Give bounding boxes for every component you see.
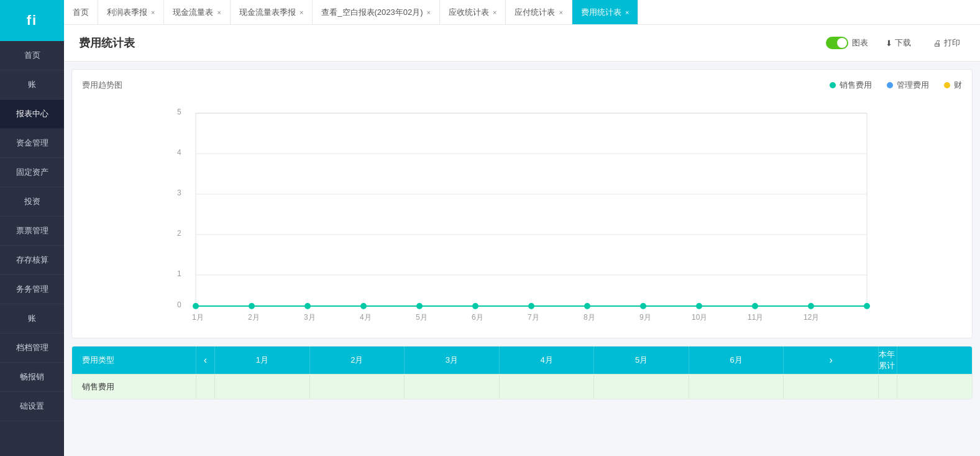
line-chart: 5 4 3 2 1 0	[82, 96, 962, 328]
svg-text:7月: 7月	[528, 313, 539, 322]
sidebar-item-fixed-assets[interactable]: 固定资产	[0, 158, 64, 187]
tab-cashflow-quarterly[interactable]: 现金流量表季报 ×	[231, 0, 313, 25]
print-icon: 🖨	[933, 39, 941, 48]
svg-text:6月: 6月	[472, 313, 483, 322]
svg-point-23	[752, 303, 758, 309]
sidebar-item-investment[interactable]: 投资	[0, 187, 64, 216]
tab-close-blank-report[interactable]: ×	[427, 9, 431, 16]
svg-text:3: 3	[177, 188, 181, 197]
print-label: 打印	[944, 37, 960, 49]
legend-finance: 财	[944, 80, 962, 91]
svg-point-24	[808, 303, 814, 309]
svg-point-20	[584, 303, 590, 309]
svg-text:3月: 3月	[304, 313, 316, 322]
table-row: 销售费用	[72, 374, 972, 399]
tab-payable[interactable]: 应付统计表 ×	[506, 0, 572, 25]
sidebar-logo: fi	[0, 0, 64, 41]
col-month4: 4月	[500, 347, 595, 374]
chart-toggle-label: 图表	[826, 37, 868, 49]
sidebar-item-sub-account[interactable]: 账	[0, 304, 64, 333]
col-prev-nav[interactable]: ‹	[196, 347, 215, 374]
col-month2: 2月	[310, 347, 405, 374]
tab-close-payable[interactable]: ×	[559, 9, 562, 16]
svg-text:1: 1	[177, 269, 181, 278]
tab-close-receivable[interactable]: ×	[493, 9, 497, 16]
svg-text:0: 0	[177, 300, 181, 309]
cell-m5	[594, 375, 689, 399]
sidebar-item-report-center[interactable]: 报表中心	[0, 100, 64, 129]
legend-dot-sales	[830, 82, 836, 88]
cell-m2	[310, 375, 405, 399]
legend-label-sales: 销售费用	[840, 80, 872, 91]
tab-close-expense-stats[interactable]: ×	[625, 9, 629, 16]
cell-m3	[405, 375, 500, 399]
legend-label-finance: 财	[954, 80, 962, 91]
svg-text:11月: 11月	[748, 313, 763, 322]
page-header: 费用统计表 图表 ⬇ 下载 🖨 打印	[64, 25, 980, 62]
print-button[interactable]: 🖨 打印	[928, 35, 965, 51]
svg-point-21	[640, 303, 646, 309]
legend-dot-management	[887, 82, 893, 88]
sidebar-item-inventory[interactable]: 存存核算	[0, 246, 64, 275]
sidebar-item-fund-management[interactable]: 资金管理	[0, 129, 64, 158]
sidebar-item-home[interactable]: 首页	[0, 41, 64, 70]
cell-nav-left	[196, 375, 215, 399]
legend-sales: 销售费用	[830, 80, 872, 91]
download-label: 下载	[895, 37, 911, 49]
legend-dot-finance	[944, 82, 950, 88]
tab-close-profit-quarterly[interactable]: ×	[151, 9, 155, 16]
col-expense-type: 费用类型	[72, 347, 196, 374]
sidebar-item-smooth-writeoff[interactable]: 畅报销	[0, 363, 64, 392]
svg-point-22	[696, 303, 702, 309]
cell-m6	[689, 375, 784, 399]
download-button[interactable]: ⬇ 下载	[881, 35, 916, 51]
svg-text:9月: 9月	[639, 313, 651, 322]
chart-toggle[interactable]	[826, 37, 848, 49]
download-icon: ⬇	[886, 39, 892, 48]
legend-management: 管理费用	[887, 80, 929, 91]
tab-bar: 首页 利润表季报 × 现金流量表 × 现金流量表季报 × 查看_空白报表(202…	[64, 0, 980, 25]
svg-text:8月: 8月	[584, 313, 595, 322]
svg-text:2月: 2月	[248, 313, 260, 322]
svg-point-25	[864, 303, 870, 309]
tab-blank-report[interactable]: 查看_空白报表(2023年02月) ×	[313, 0, 440, 25]
legend-label-management: 管理费用	[897, 80, 929, 91]
sidebar-item-affairs-management[interactable]: 务务管理	[0, 275, 64, 304]
expense-table: 费用类型 ‹ 1月 2月 3月 4月 5月 6月 › 本年累计 销售费用	[71, 346, 973, 399]
tab-profit-quarterly[interactable]: 利润表季报 ×	[98, 0, 164, 25]
col-month5: 5月	[594, 347, 689, 374]
main-content: 首页 利润表季报 × 现金流量表 × 现金流量表季报 × 查看_空白报表(202…	[64, 0, 980, 456]
chart-svg: 5 4 3 2 1 0	[82, 96, 962, 326]
chart-title: 费用趋势图	[82, 80, 122, 91]
col-next-nav[interactable]: ›	[784, 347, 879, 374]
sidebar-item-archive-management[interactable]: 档档管理	[0, 333, 64, 363]
chart-section: 费用趋势图 销售费用 管理费用 财	[71, 69, 973, 338]
sidebar-item-ticket-management[interactable]: 票票管理	[0, 216, 64, 246]
sidebar: fi 首页 账 报表中心 资金管理 固定资产 投资 票票管理 存存核算 务务管理…	[0, 0, 64, 456]
cell-m4	[500, 375, 595, 399]
svg-point-19	[528, 303, 534, 309]
page-title: 费用统计表	[79, 35, 135, 50]
header-actions: 图表 ⬇ 下载 🖨 打印	[826, 35, 965, 51]
tab-expense-stats[interactable]: 费用统计表 ×	[572, 0, 638, 25]
svg-text:4: 4	[177, 148, 181, 157]
tab-close-cashflow[interactable]: ×	[217, 9, 221, 16]
svg-text:4月: 4月	[360, 313, 372, 322]
tab-cashflow[interactable]: 现金流量表 ×	[164, 0, 230, 25]
cell-expense-type: 销售费用	[72, 375, 196, 399]
svg-text:12月: 12月	[804, 313, 819, 322]
svg-point-17	[416, 303, 423, 309]
tab-home[interactable]: 首页	[64, 0, 98, 25]
tab-close-cashflow-quarterly[interactable]: ×	[300, 9, 303, 16]
tab-receivable[interactable]: 应收统计表 ×	[440, 0, 506, 25]
svg-point-15	[305, 303, 311, 309]
svg-text:10月: 10月	[692, 313, 707, 322]
svg-point-13	[193, 303, 199, 309]
sidebar-item-account[interactable]: 账	[0, 70, 64, 100]
sidebar-item-basic-settings[interactable]: 础设置	[0, 392, 64, 421]
col-month6: 6月	[689, 347, 784, 374]
cell-m1	[215, 375, 310, 399]
chart-toggle-text: 图表	[852, 37, 868, 49]
cell-nav-right	[784, 375, 879, 399]
svg-point-14	[249, 303, 255, 309]
